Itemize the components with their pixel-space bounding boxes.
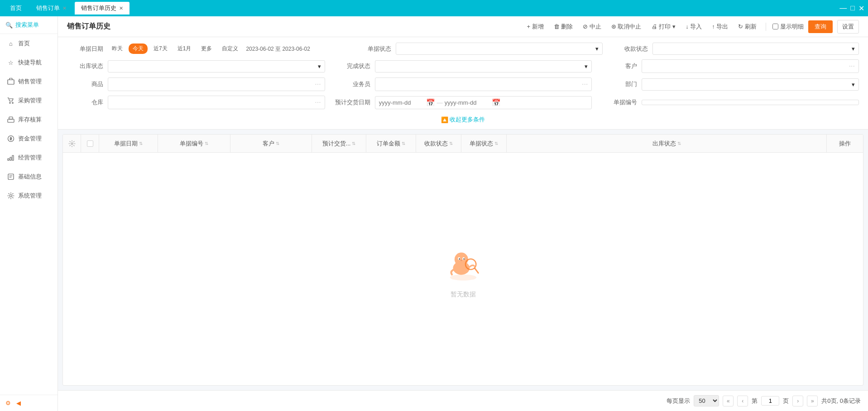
th-settings[interactable] bbox=[63, 135, 81, 152]
date-to-calendar-icon[interactable]: 📅 bbox=[492, 98, 501, 107]
goods-select[interactable]: ··· bbox=[108, 77, 325, 91]
inventory-icon bbox=[7, 116, 14, 123]
sidebar: 🔍 搜索菜单 ⌂ 首页 ☆ 快捷导航 销售管理 采购管理 库存核 bbox=[0, 16, 58, 411]
sidebar-item-basic[interactable]: 基础信息 bbox=[0, 167, 58, 186]
btn-7days[interactable]: 近7天 bbox=[149, 44, 172, 54]
sidebar-item-operations[interactable]: 经营管理 bbox=[0, 148, 58, 167]
settings-button[interactable]: 设置 bbox=[837, 20, 859, 34]
th-doc-no-label: 单据编号 bbox=[180, 140, 203, 148]
sidebar-item-purchase[interactable]: 采购管理 bbox=[0, 91, 58, 110]
complete-status-select[interactable]: ▾ bbox=[375, 60, 592, 73]
btn-yesterday[interactable]: 昨天 bbox=[108, 44, 127, 54]
customer-dots-icon[interactable]: ··· bbox=[849, 62, 855, 70]
import-button[interactable]: ↓ 导入 bbox=[683, 21, 705, 33]
salesperson-select[interactable]: ··· bbox=[375, 77, 592, 91]
sort-doc-status-icon[interactable]: ⇅ bbox=[494, 141, 498, 146]
toolbar-divider bbox=[766, 23, 766, 31]
btn-custom[interactable]: 自定义 bbox=[218, 44, 242, 54]
sidebar-item-inventory[interactable]: 库存核算 bbox=[0, 110, 58, 129]
th-doc-status[interactable]: 单据状态 ⇅ bbox=[461, 135, 507, 152]
select-all-checkbox[interactable] bbox=[87, 140, 93, 147]
dept-select[interactable]: ▾ bbox=[642, 78, 859, 91]
th-out-status[interactable]: 出库状态 ⇅ bbox=[507, 135, 827, 152]
minimize-icon[interactable]: — bbox=[839, 4, 847, 12]
sort-doc-no-icon[interactable]: ⇅ bbox=[205, 141, 208, 146]
delete-button[interactable]: 🗑 删除 bbox=[551, 21, 576, 33]
first-page-btn[interactable]: « bbox=[723, 396, 734, 406]
th-doc-date[interactable]: 单据日期 ⇅ bbox=[99, 135, 158, 152]
sort-customer-icon[interactable]: ⇅ bbox=[276, 141, 279, 146]
show-detail-checkbox[interactable]: 显示明细 bbox=[772, 23, 804, 31]
payment-status-select[interactable]: ▾ bbox=[652, 43, 859, 55]
current-page-input[interactable] bbox=[761, 396, 779, 406]
goods-dots-icon[interactable]: ··· bbox=[315, 80, 321, 88]
btn-more[interactable]: 更多 bbox=[197, 44, 216, 54]
last-page-btn[interactable]: » bbox=[807, 396, 818, 406]
collapse-btn[interactable]: 🔼 收起更多条件 bbox=[441, 116, 485, 124]
th-delivery[interactable]: 预计交货... ⇅ bbox=[312, 135, 366, 152]
sidebar-search-label: 搜索菜单 bbox=[15, 21, 39, 29]
sort-amount-icon[interactable]: ⇅ bbox=[402, 141, 405, 146]
doc-number-input[interactable] bbox=[642, 100, 859, 105]
show-detail-label: 显示明细 bbox=[780, 23, 804, 31]
system-icon bbox=[7, 192, 14, 199]
collapse-up-icon: 🔼 bbox=[441, 116, 448, 123]
print-dropdown-icon[interactable]: ▾ bbox=[672, 23, 676, 30]
expected-date-to[interactable] bbox=[445, 99, 490, 106]
warehouse-select[interactable]: ··· bbox=[108, 96, 325, 109]
sidebar-search[interactable]: 🔍 搜索菜单 bbox=[0, 16, 58, 34]
tab-sales-order[interactable]: 销售订单 ✕ bbox=[30, 2, 73, 15]
main-layout: 🔍 搜索菜单 ⌂ 首页 ☆ 快捷导航 销售管理 采购管理 库存核 bbox=[0, 16, 868, 411]
page-size-select[interactable]: 50 10 20 100 bbox=[694, 395, 719, 406]
close-window-icon[interactable]: ✕ bbox=[858, 4, 864, 13]
payment-status-label: 收款状态 bbox=[612, 45, 652, 53]
customer-select[interactable]: ··· bbox=[642, 59, 859, 73]
sidebar-item-home[interactable]: ⌂ 首页 bbox=[0, 34, 58, 53]
print-button[interactable]: 🖨 打印 ▾ bbox=[649, 21, 679, 33]
sidebar-item-finance[interactable]: 资金管理 bbox=[0, 129, 58, 148]
th-amount[interactable]: 订单金额 ⇅ bbox=[366, 135, 416, 152]
stop-label: ⊘ 中止 bbox=[583, 23, 601, 31]
th-customer[interactable]: 客户 ⇅ bbox=[230, 135, 312, 152]
th-checkbox[interactable] bbox=[81, 135, 99, 152]
new-button[interactable]: + 新增 bbox=[524, 21, 546, 33]
close-sales-order-icon[interactable]: ✕ bbox=[62, 5, 67, 11]
doc-status-select[interactable]: ▾ bbox=[396, 43, 602, 55]
th-doc-date-label: 单据日期 bbox=[114, 140, 138, 148]
out-status-select[interactable]: ▾ bbox=[108, 60, 325, 73]
query-button[interactable]: 查询 bbox=[808, 20, 833, 33]
date-from-calendar-icon[interactable]: 📅 bbox=[426, 98, 435, 107]
warehouse-dots-icon[interactable]: ··· bbox=[315, 98, 321, 106]
out-status-label: 出库状态 bbox=[67, 62, 108, 70]
sidebar-item-quicknav[interactable]: ☆ 快捷导航 bbox=[0, 53, 58, 72]
next-page-btn[interactable]: › bbox=[792, 396, 803, 406]
prev-page-btn[interactable]: ‹ bbox=[737, 396, 748, 406]
settings-bottom-icon[interactable]: ⚙ bbox=[5, 400, 11, 406]
refresh-button[interactable]: ↻ 刷新 bbox=[735, 21, 759, 33]
sidebar-item-system[interactable]: 系统管理 bbox=[0, 186, 58, 205]
btn-today[interactable]: 今天 bbox=[129, 44, 148, 54]
close-sales-history-icon[interactable]: ✕ bbox=[119, 5, 123, 11]
collapse-sidebar-icon[interactable]: ◀ bbox=[16, 400, 21, 406]
stop-button[interactable]: ⊘ 中止 bbox=[580, 21, 604, 33]
cancel-stop-button[interactable]: ⊛ 取消中止 bbox=[609, 21, 644, 33]
maximize-icon[interactable]: □ bbox=[850, 4, 855, 12]
sort-out-status-icon[interactable]: ⇅ bbox=[677, 141, 681, 146]
sidebar-item-sales[interactable]: 销售管理 bbox=[0, 72, 58, 91]
sort-delivery-icon[interactable]: ⇅ bbox=[352, 141, 355, 146]
export-button[interactable]: ↑ 导出 bbox=[709, 21, 731, 33]
btn-1month[interactable]: 近1月 bbox=[173, 44, 196, 54]
goods-label: 商品 bbox=[67, 80, 108, 88]
sales-icon bbox=[7, 78, 14, 85]
show-detail-input[interactable] bbox=[772, 24, 778, 29]
sort-pay-status-icon[interactable]: ⇅ bbox=[449, 141, 453, 146]
sidebar-item-basic-label: 基础信息 bbox=[18, 173, 42, 181]
tab-home[interactable]: 首页 bbox=[4, 2, 28, 15]
expected-date-from[interactable] bbox=[379, 99, 424, 106]
svg-point-12 bbox=[450, 274, 476, 280]
th-doc-no[interactable]: 单据编号 ⇅ bbox=[158, 135, 230, 152]
th-pay-status[interactable]: 收款状态 ⇅ bbox=[416, 135, 461, 152]
salesperson-dots-icon[interactable]: ··· bbox=[582, 80, 588, 88]
tab-sales-history[interactable]: 销售订单历史 ✕ bbox=[75, 2, 129, 15]
sort-doc-date-icon[interactable]: ⇅ bbox=[139, 141, 143, 146]
